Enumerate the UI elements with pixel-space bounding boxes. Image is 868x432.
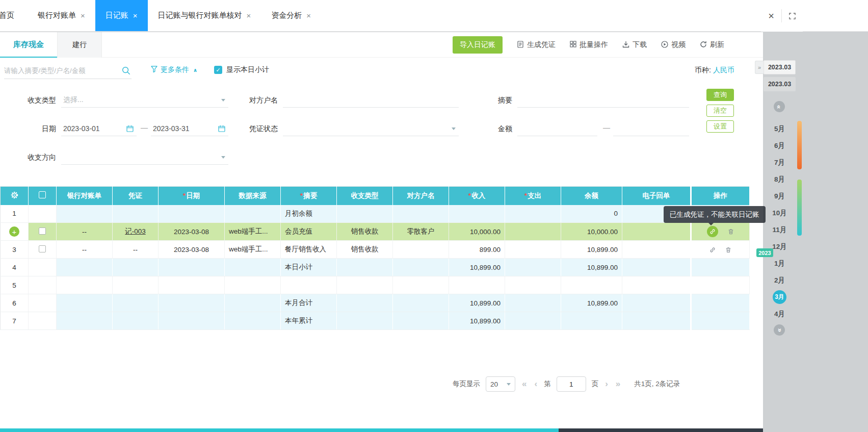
col-date: *日期 [159,187,225,205]
table-row: 3 -- -- 2023-03-08 web端手工... 餐厅销售收入 销售收款… [1,241,750,259]
counterparty-label: 对方户名 [227,95,278,105]
tab-home[interactable]: 首页 [0,0,21,31]
double-chevron-up-icon: « [775,105,783,108]
amount-range-separator: — [603,123,610,132]
cell-summary: 本月合计 [281,294,337,312]
top-tabbar: 首页 银行对账单× 日记账× 日记账与银行对账单核对× 资金分析× × [0,0,868,32]
amount-label: 金额 [461,123,512,134]
cell-income: 10,899.00 [449,312,505,330]
tab-fund-analysis[interactable]: 资金分析× [261,0,321,31]
tab-bank-statement[interactable]: 银行对账单× [28,0,95,31]
prev-page-button[interactable]: ‹ [533,379,538,389]
select-all-checkbox[interactable] [29,187,57,205]
per-page-select[interactable]: 20 [486,376,515,392]
calendar-icon[interactable] [126,125,134,134]
close-icon[interactable]: × [81,11,85,20]
chevron-down-icon [221,99,225,101]
timeline-month[interactable]: 9月 [764,188,796,205]
timeline-month[interactable]: 2月 [764,272,796,289]
type-select[interactable]: 选择... [61,92,228,108]
chevron-down-icon [507,383,511,386]
cell-balance: 0 [561,205,622,223]
summary-label: 摘要 [461,95,512,105]
cell-balance: 10,899.00 [561,259,622,276]
delete-icon[interactable] [725,247,731,253]
column-settings-button[interactable] [1,187,29,205]
timeline-month[interactable]: 11月 [764,221,796,238]
double-chevron-down-icon: « [775,328,783,332]
page-number-input[interactable] [557,376,586,392]
type-label: 收支类型 [5,95,56,105]
direction-select[interactable] [61,149,228,165]
bottom-strip-teal [0,428,559,432]
close-icon[interactable]: × [133,11,138,20]
col-summary: *摘要 [281,187,337,205]
voucher-link[interactable]: 记-003 [125,227,146,235]
col-bank-statement: 银行对账单 [57,187,113,205]
rail-collapse-button[interactable]: » [755,61,764,74]
timeline-scrollbar-orange-segment[interactable] [797,121,802,169]
col-counterparty: 对方户名 [393,187,449,205]
summary-input[interactable] [517,92,689,108]
timeline-month[interactable]: 7月 [764,154,796,171]
delete-icon[interactable] [728,228,734,235]
voucher-status-select[interactable] [283,121,459,136]
timeline-month[interactable]: 8月 [764,171,796,188]
cell-balance: 10,899.00 [561,241,622,259]
close-window-icon[interactable]: × [761,9,781,22]
amount-min-input[interactable] [517,121,597,136]
cell-summary: 本日小计 [281,259,337,276]
date-to-input[interactable]: 2023-03-31 [151,121,228,136]
timeline-scroll-down-button[interactable]: « [774,324,785,336]
amount-max-input[interactable] [613,121,689,136]
last-page-button[interactable]: » [615,379,621,389]
timeline-month[interactable]: 4月 [764,306,796,322]
close-icon[interactable]: × [247,11,251,20]
tooltip-arrow [708,223,714,225]
timeline-scrollbar-green-segment[interactable] [797,180,802,236]
first-page-button[interactable]: « [521,379,528,389]
settings-button[interactable]: 设置 [706,120,734,133]
cell-income: 10,899.00 [449,259,505,276]
timeline-scroll-up-button[interactable]: « [774,101,785,112]
next-page-button[interactable]: › [604,379,609,389]
timeline-month[interactable]: 1月 [764,255,796,272]
close-icon[interactable]: × [306,11,311,20]
calendar-icon[interactable] [218,125,225,134]
timeline-period-selector[interactable]: 2023.03 [764,77,796,91]
counterparty-input[interactable] [283,92,459,108]
col-expense: *支出 [505,187,561,205]
table-row-month-total: 6 本月合计 10,899.00 10,899.00 [1,294,750,312]
direction-label: 收支方向 [5,152,56,162]
row-checkbox[interactable] [39,227,46,235]
query-button[interactable]: 查询 [706,89,734,101]
cell-date: 2023-03-08 [159,223,225,241]
cell-counterparty: 零散客户 [393,223,449,241]
clear-button[interactable]: 清空 [706,105,734,117]
linked-voucher-icon[interactable] [707,226,718,237]
fullscreen-icon[interactable] [781,9,803,22]
timeline-month[interactable]: 6月 [764,137,796,154]
add-row-button[interactable]: + [9,226,19,237]
col-actions: 操作 [691,187,750,205]
app-window: 首页 银行对账单× 日记账× 日记账与银行对账单核对× 资金分析× × 库存现金… [0,0,868,432]
record-count: 共1页, 2条记录 [634,379,680,389]
date-from-input[interactable]: 2023-03-01 [61,121,137,136]
table-row-year-total: 7 本年累计 10,899.00 [1,312,750,330]
link-voucher-icon[interactable] [709,247,716,253]
timeline-month-active[interactable]: 3月 [764,289,796,306]
cell-summary: 月初余额 [281,205,337,223]
timeline-month[interactable]: 5月 [764,120,796,137]
tab-journal[interactable]: 日记账× [95,0,148,31]
table-row-empty: 5 [1,276,750,294]
timeline-current-period: 2023.03 [764,60,796,74]
row-checkbox[interactable] [39,245,46,252]
chevron-down-icon [221,156,225,159]
bottom-strip-dark [559,428,763,432]
timeline-months: 5月 6月 7月 8月 9月 10月 11月 12月 1月 2月 3月 4月 [764,120,796,322]
row-number: 5 [1,276,29,294]
row-number: 6 [1,294,29,312]
timeline-month[interactable]: 10月 [764,205,796,221]
tab-journal-bank-check[interactable]: 日记账与银行对账单核对× [148,0,261,31]
cell-bank: -- [57,223,113,241]
